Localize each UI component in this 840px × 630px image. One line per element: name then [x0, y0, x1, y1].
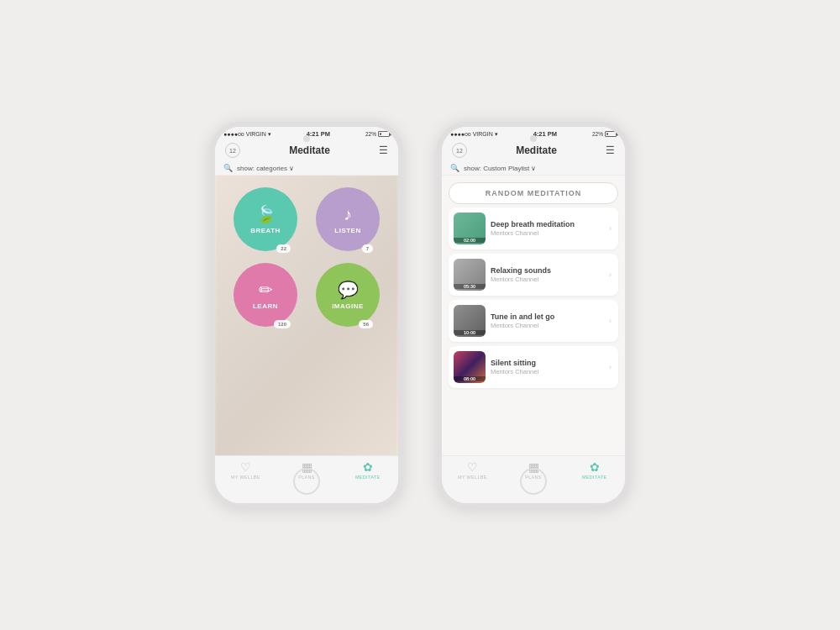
learn-label: LEARN	[253, 302, 278, 310]
imagine-badge: 56	[359, 320, 373, 328]
item-info-3: Silent sitting Mentors Channel	[486, 359, 609, 375]
app-title-1: Meditate	[289, 144, 330, 156]
meditation-item-0[interactable]: 02:00 Deep breath meditation Mentors Cha…	[449, 207, 618, 249]
badge-2[interactable]: 12	[452, 143, 467, 158]
meditate-icon-2: ✿	[590, 460, 600, 474]
item-title-1: Relaxing sounds	[491, 266, 604, 275]
random-meditation-btn[interactable]: RANDOM MEDITATION	[449, 182, 618, 204]
item-info-0: Deep breath meditation Mentors Channel	[486, 220, 609, 237]
app-header-2: 12 Meditate ☰	[442, 139, 625, 161]
item-channel-3: Mentors Channel	[491, 368, 604, 375]
tab-wellbe-2[interactable]: ♡ MY WELLBE	[442, 460, 503, 480]
category-breath[interactable]: 🍃 BREATH 22	[234, 187, 297, 251]
item-title-0: Deep breath meditation	[491, 220, 604, 228]
plans-label-2: PLANS	[525, 475, 542, 480]
tab-bar-2: ♡ MY WELLBE ▦ PLANS ✿ MEDITATE	[442, 455, 625, 503]
imagine-icon: 💬	[338, 280, 359, 300]
plans-icon-1: ▦	[302, 460, 312, 474]
wellbe-icon-1: ♡	[240, 460, 251, 474]
category-listen[interactable]: ♪ LISTEN 7	[316, 187, 380, 251]
thumb-tune: 10:00	[454, 305, 486, 337]
item-info-2: Tune in and let go Mentors Channel	[486, 312, 609, 329]
tab-meditate-2[interactable]: ✿ MEDITATE	[564, 460, 625, 480]
app-header-1: 12 Meditate ☰	[215, 139, 398, 161]
phone-2: ●●●●oo VIRGIN ▾ 4:21 PM 22% 12 Meditate …	[437, 122, 630, 508]
plans-label-1: PLANS	[298, 475, 315, 480]
listen-badge: 7	[362, 244, 373, 253]
wellbe-icon-2: ♡	[467, 460, 478, 474]
duration-1: 05:30	[454, 284, 486, 289]
carrier-1: ●●●●oo VIRGIN ▾	[223, 131, 271, 138]
meditate-label-2: MEDITATE	[582, 475, 606, 480]
thumb-relax: 05:30	[454, 259, 486, 291]
search-icon-1[interactable]: 🔍	[223, 164, 233, 172]
breath-label: BREATH	[250, 227, 281, 234]
tab-bar-1: ♡ MY WELLBE ▦ PLANS ✿ MEDITATE	[215, 455, 398, 503]
menu-btn-1[interactable]: ☰	[379, 144, 388, 156]
listen-label: LISTEN	[334, 227, 360, 234]
learn-icon: ✏	[259, 280, 273, 300]
badge-1[interactable]: 12	[225, 143, 240, 158]
playlist-content: RANDOM MEDITATION 02:00 Deep breath medi…	[442, 176, 625, 455]
item-title-2: Tune in and let go	[491, 312, 604, 321]
breath-badge: 22	[276, 244, 291, 253]
imagine-label: IMAGINE	[332, 302, 364, 310]
tab-plans-2[interactable]: ▦ PLANS	[503, 460, 564, 480]
playlist-inner: RANDOM MEDITATION 02:00 Deep breath medi…	[442, 176, 625, 455]
filter-1[interactable]: show: categories ∨	[237, 165, 294, 172]
meditate-label-1: MEDITATE	[355, 475, 380, 480]
time-1: 4:21 PM	[307, 130, 330, 138]
meditate-icon-1: ✿	[363, 460, 373, 474]
categories-grid: 🍃 BREATH 22 ♪ LISTEN 7 ✏ LEARN 120 💬 IMA…	[215, 176, 398, 339]
status-bar-2: ●●●●oo VIRGIN ▾ 4:21 PM 22%	[442, 127, 625, 139]
category-learn[interactable]: ✏ LEARN 120	[234, 263, 297, 327]
scene: ●●●●oo VIRGIN ▾ 4:21 PM 22% 12 Meditate …	[0, 0, 840, 630]
categories-content: 🍃 BREATH 22 ♪ LISTEN 7 ✏ LEARN 120 💬 IMA…	[215, 176, 398, 455]
phone-1: ●●●●oo VIRGIN ▾ 4:21 PM 22% 12 Meditate …	[210, 122, 403, 508]
meditation-item-3[interactable]: 08:00 Silent sitting Mentors Channel ›	[449, 346, 618, 388]
tab-wellbe-1[interactable]: ♡ MY WELLBE	[215, 460, 276, 480]
battery-icon-2	[605, 131, 617, 137]
menu-btn-2[interactable]: ☰	[606, 144, 615, 156]
breath-icon: 🍃	[255, 204, 276, 224]
item-channel-0: Mentors Channel	[491, 229, 604, 237]
duration-0: 02:00	[454, 238, 486, 243]
thumb-silent: 08:00	[454, 351, 486, 383]
battery-icon-1	[378, 131, 390, 137]
learn-badge: 120	[274, 320, 291, 328]
search-bar-1: 🔍 show: categories ∨	[215, 161, 398, 176]
item-channel-2: Mentors Channel	[491, 322, 604, 329]
duration-3: 08:00	[454, 376, 486, 381]
meditation-list: 02:00 Deep breath meditation Mentors Cha…	[442, 207, 625, 388]
app-title-2: Meditate	[516, 144, 557, 156]
duration-2: 10:00	[454, 330, 486, 335]
search-bar-2: 🔍 show: Custom Playlist ∨	[442, 161, 625, 176]
plans-icon-2: ▦	[528, 460, 539, 474]
meditation-item-1[interactable]: 05:30 Relaxing sounds Mentors Channel ›	[449, 254, 618, 296]
status-bar-1: ●●●●oo VIRGIN ▾ 4:21 PM 22%	[215, 127, 398, 139]
tab-plans-1[interactable]: ▦ PLANS	[276, 460, 338, 480]
filter-2[interactable]: show: Custom Playlist ∨	[464, 165, 537, 172]
wellbe-label-2: MY WELLBE	[458, 475, 487, 480]
battery-2: 22%	[592, 131, 617, 137]
wellbe-label-1: MY WELLBE	[231, 475, 260, 480]
category-imagine[interactable]: 💬 IMAGINE 56	[316, 263, 380, 327]
thumb-deep: 02:00	[454, 213, 486, 244]
meditation-item-2[interactable]: 10:00 Tune in and let go Mentors Channel…	[449, 300, 618, 342]
chevron-2: ›	[609, 317, 612, 325]
chevron-1: ›	[609, 270, 612, 279]
item-channel-1: Mentors Channel	[491, 276, 604, 283]
tab-meditate-1[interactable]: ✿ MEDITATE	[337, 460, 398, 480]
search-icon-2[interactable]: 🔍	[450, 164, 459, 172]
item-info-1: Relaxing sounds Mentors Channel	[486, 266, 609, 283]
chevron-0: ›	[609, 224, 612, 233]
chevron-3: ›	[609, 363, 612, 371]
listen-icon: ♪	[344, 205, 352, 224]
item-title-3: Silent sitting	[491, 359, 604, 367]
time-2: 4:21 PM	[533, 130, 557, 138]
carrier-2: ●●●●oo VIRGIN ▾	[450, 131, 498, 138]
battery-1: 22%	[365, 131, 390, 137]
